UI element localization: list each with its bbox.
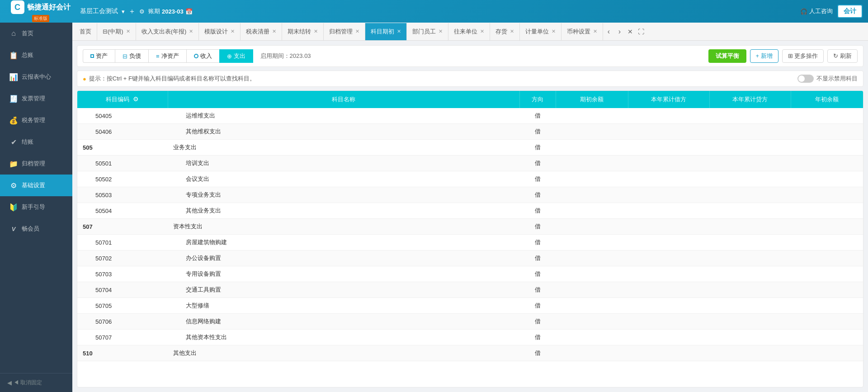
cell-name: 办公设备购置 — [168, 250, 519, 266]
tab-close-tax[interactable]: ✕ — [272, 28, 276, 34]
tab-dept[interactable]: 部门员工 ✕ — [407, 23, 448, 40]
tab-tax[interactable]: 税表清册 ✕ — [241, 23, 282, 40]
cell-code: 50703 — [77, 266, 168, 282]
company-name: 基层工会测试 — [80, 7, 118, 15]
tab-unit-measure[interactable]: 计量单位 ✕ — [520, 23, 561, 40]
tab-close-archive[interactable]: ✕ — [355, 28, 359, 34]
tab-unit[interactable]: 往来单位 ✕ — [448, 23, 490, 40]
table-row[interactable]: 50504 其他业务支出 借 — [77, 203, 863, 219]
table-row[interactable]: 50405 运维维支出 借 — [77, 108, 863, 124]
subtab-asset[interactable]: 资产 — [83, 49, 115, 63]
tab-close-unit-measure[interactable]: ✕ — [552, 28, 556, 34]
tab-home[interactable]: 首页 — [74, 23, 97, 40]
sidebar-item-member[interactable]: V 畅会员 — [0, 218, 72, 240]
sidebar-item-ledger[interactable]: 📋 总账 — [0, 44, 72, 66]
cell-credit — [709, 156, 791, 171]
cell-dir: 借 — [519, 140, 556, 156]
report-icon: 📊 — [9, 72, 18, 81]
more-ops-button[interactable]: ⊞ 更多操作 — [782, 49, 824, 63]
tab-period-end[interactable]: 期末结转 ✕ — [282, 23, 324, 40]
sidebar-item-tax[interactable]: 💰 税务管理 — [0, 109, 72, 131]
table-row[interactable]: 510 其他支出 借 — [77, 345, 863, 361]
cell-balance — [556, 314, 628, 330]
cell-year — [791, 314, 863, 330]
table-row[interactable]: 50705 大型修缮 借 — [77, 298, 863, 314]
sidebar-item-archive[interactable]: 📁 归档管理 — [0, 153, 72, 175]
table-row[interactable]: 50701 房屋建筑物购建 借 — [77, 235, 863, 250]
subtab-income[interactable]: 收入 — [186, 49, 219, 63]
tab-subject-period[interactable]: 科目期初 ✕ — [365, 23, 407, 40]
table-row[interactable]: 505 业务支出 借 — [77, 140, 863, 156]
tab-nav-next[interactable]: › — [614, 23, 625, 40]
tab-close-template[interactable]: ✕ — [231, 28, 235, 34]
cell-name: 信息网络购建 — [168, 314, 519, 330]
table-scroll-area[interactable]: 50405 运维维支出 借 50406 其他维权支出 借 505 业务支出 借 … — [77, 108, 863, 387]
subtab-net-asset[interactable]: ≡ 净资产 — [148, 49, 186, 63]
table-row[interactable]: 50707 其他资本性支出 借 — [77, 330, 863, 345]
table-row[interactable]: 50702 办公设备购置 借 — [77, 250, 863, 266]
chevron-down-icon[interactable]: ▾ — [122, 8, 125, 15]
cell-year — [791, 298, 863, 314]
hint-bar: ● 提示：按Ctrl + F键并输入科目编码或者科目名称可以查找科目。 不显示禁… — [77, 71, 863, 87]
calendar-icon[interactable]: 📅 — [185, 8, 193, 15]
tab-close-inventory[interactable]: ✕ — [510, 28, 514, 34]
cell-balance — [556, 140, 628, 156]
sidebar-item-invoice[interactable]: 🧾 发票管理 — [0, 88, 72, 109]
table-row[interactable]: 50406 其他维权支出 借 — [77, 124, 863, 140]
add-icon[interactable]: ＋ — [128, 7, 136, 16]
tab-archive[interactable]: 归档管理 ✕ — [324, 23, 365, 40]
more-ops-icon: ⊞ — [788, 52, 793, 59]
sidebar-item-settings[interactable]: ⚙ 基础设置 — [0, 175, 72, 196]
role-button[interactable]: 会计 — [837, 5, 863, 18]
tab-close-balance-mid[interactable]: ✕ — [126, 28, 130, 34]
tab-close-dept[interactable]: ✕ — [439, 28, 443, 34]
app-subtitle: 标准版 — [32, 15, 49, 22]
tab-close-subject-period[interactable]: ✕ — [397, 28, 401, 34]
settings-gear-icon: ⚙ — [9, 181, 18, 190]
column-settings-icon[interactable]: ⚙ — [133, 95, 139, 103]
tab-close-period-end[interactable]: ✕ — [314, 28, 318, 34]
sidebar-item-close[interactable]: ✔ 结账 — [0, 131, 72, 153]
sidebar-item-home[interactable]: ⌂ 首页 — [0, 23, 72, 44]
cell-year — [791, 203, 863, 219]
cell-debit — [628, 235, 709, 250]
calc-balance-button[interactable]: 试算平衡 — [708, 49, 746, 63]
refresh-button[interactable]: ↻ 刷新 — [827, 49, 858, 63]
table-row[interactable]: 507 资本性支出 借 — [77, 219, 863, 235]
tab-close-currency[interactable]: ✕ — [593, 28, 597, 34]
cell-name: 资本性支出 — [168, 219, 519, 235]
main-layout: ⌂ 首页 📋 总账 📊 云报表中心 🧾 发票管理 💰 税务管理 ✔ 结账 📁 归… — [0, 23, 868, 392]
sidebar-item-report[interactable]: 📊 云报表中心 — [0, 66, 72, 88]
sidebar-item-guide[interactable]: 🔰 新手引导 — [0, 196, 72, 218]
table-row[interactable]: 50501 培训支出 借 — [77, 156, 863, 171]
col-header-year: 年初余额 — [791, 91, 863, 108]
tab-inventory[interactable]: 存货 ✕ — [490, 23, 520, 40]
table-row[interactable]: 50704 交通工具购置 借 — [77, 282, 863, 298]
tab-currency[interactable]: 币种设置 ✕ — [561, 23, 603, 40]
collapse-sidebar-button[interactable]: ◀ ◀ 取消固定 — [0, 373, 72, 392]
service-button[interactable]: 🎧 人工咨询 — [800, 7, 833, 15]
disable-toggle[interactable] — [797, 75, 814, 83]
settings-icon[interactable]: ⚙ — [139, 8, 145, 15]
tab-close-income[interactable]: ✕ — [189, 28, 193, 34]
tab-expand[interactable]: ⛶ — [636, 23, 646, 40]
tab-income[interactable]: 收入支出表(年报) ✕ — [136, 23, 199, 40]
cell-dir: 借 — [519, 203, 556, 219]
table-row[interactable]: 50502 会议支出 借 — [77, 171, 863, 187]
cell-credit — [709, 298, 791, 314]
subtab-expense[interactable]: ⊕ 支出 — [219, 49, 253, 63]
net-asset-icon: ≡ — [156, 53, 160, 60]
tab-balance-mid[interactable]: ⊟(中期) ✕ — [97, 23, 136, 40]
table-row[interactable]: 50706 信息网络购建 借 — [77, 314, 863, 330]
tab-template[interactable]: 模版设计 ✕ — [199, 23, 241, 40]
add-button[interactable]: + 新增 — [750, 49, 778, 63]
info-icon: ● — [83, 76, 86, 82]
tab-close-unit[interactable]: ✕ — [480, 28, 484, 34]
tab-close-all[interactable]: ✕ — [625, 23, 636, 40]
table-row[interactable]: 50503 专项业务支出 借 — [77, 187, 863, 203]
subtab-liability[interactable]: ⊟ 负债 — [115, 49, 148, 63]
cell-code: 50706 — [77, 314, 168, 330]
col-header-dir: 方向 — [519, 91, 556, 108]
tab-nav-prev[interactable]: ‹ — [603, 23, 614, 40]
table-row[interactable]: 50703 专用设备购置 借 — [77, 266, 863, 282]
